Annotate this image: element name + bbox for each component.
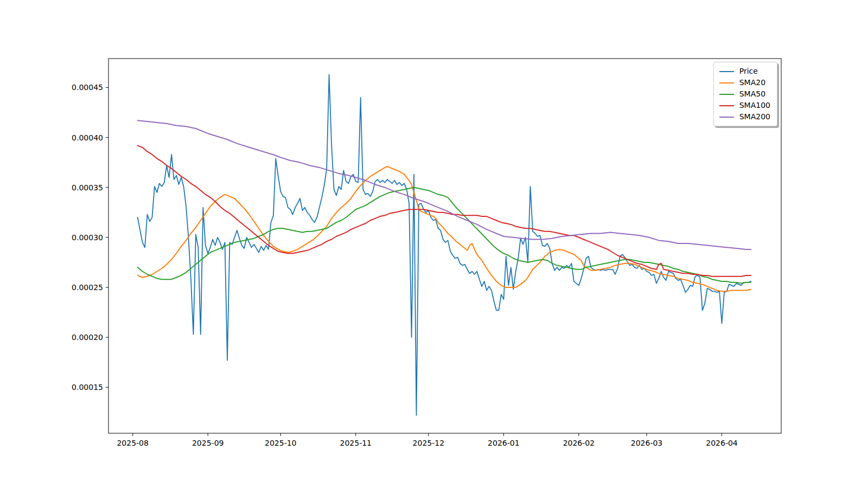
legend-line-swatch-price xyxy=(719,71,734,72)
x-tick-label: 2026-01 xyxy=(488,439,520,447)
legend-line-swatch-sma50 xyxy=(719,94,734,95)
x-tick-label: 2025-10 xyxy=(265,439,297,447)
y-tick-label: 0.00035 xyxy=(72,183,103,192)
x-tick-label: 2025-12 xyxy=(413,439,445,447)
legend-entry-sma20: SMA20 xyxy=(719,78,770,87)
legend-entry-sma200: SMA200 xyxy=(719,112,770,121)
legend-entry-sma50: SMA50 xyxy=(719,89,770,99)
figure-canvas: 0.000150.000200.000250.000300.000350.000… xyxy=(0,0,868,488)
y-tick-label: 0.00030 xyxy=(72,233,103,242)
x-tick-label: 2025-09 xyxy=(192,439,224,447)
x-tick-label: 2025-11 xyxy=(340,439,372,447)
legend-entry-label: SMA100 xyxy=(739,101,770,110)
legend-line-swatch-sma100 xyxy=(719,105,734,106)
x-tick-label: 2025-08 xyxy=(117,439,149,447)
y-tick-label: 0.00025 xyxy=(72,283,103,292)
x-tick-label: 2026-02 xyxy=(563,439,595,447)
y-tick-label: 0.00020 xyxy=(72,333,103,342)
legend-entry-label: SMA20 xyxy=(739,78,765,87)
legend-entry-label: SMA200 xyxy=(739,112,770,121)
x-tick-label: 2026-03 xyxy=(631,439,663,447)
legend-line-swatch-sma20 xyxy=(719,82,734,84)
legend-entry-price: Price xyxy=(719,67,770,76)
legend-line-swatch-sma200 xyxy=(719,117,734,118)
x-tick-label: 2026-04 xyxy=(706,439,738,447)
legend-entry-label: SMA50 xyxy=(739,89,765,99)
y-tick-label: 0.00040 xyxy=(72,133,103,142)
legend-entry-sma100: SMA100 xyxy=(719,101,770,110)
legend-box: PriceSMA20SMA50SMA100SMA200 xyxy=(713,62,777,126)
y-tick-label: 0.00015 xyxy=(72,383,103,391)
legend-entry-label: Price xyxy=(739,67,758,76)
y-tick-label: 0.00045 xyxy=(72,83,103,92)
